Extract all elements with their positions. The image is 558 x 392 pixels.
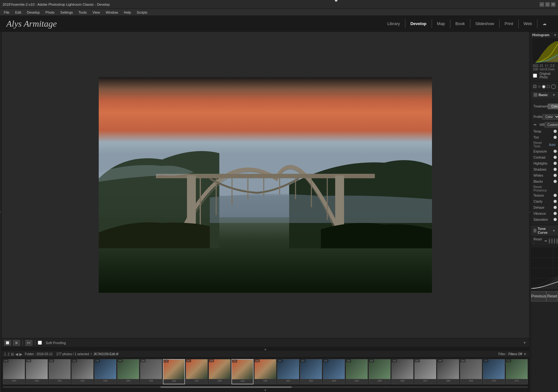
saturation-slider-thumb[interactable] [554,218,557,221]
blacks-slider-thumb[interactable] [554,180,557,183]
tc-collapse-icon[interactable] [534,229,536,232]
film-thumb-161[interactable]: 161161 [277,359,299,384]
film-thumb-171[interactable]: 171171 [506,359,528,384]
film-thumb-160[interactable]: 160160 [254,359,276,384]
treatment-color-btn[interactable]: Color [548,104,558,109]
filter-dropdown-icon[interactable]: ▼ [523,352,527,356]
nav-book[interactable]: Book [450,19,470,28]
film-thumb-168[interactable]: 168168 [437,359,459,384]
dehaze-slider-thumb[interactable] [554,206,557,209]
auto-label[interactable]: Auto [549,143,555,147]
nav-print[interactable]: Print [500,19,519,28]
temp-slider-thumb[interactable] [554,130,557,133]
filmstrip-scroll-thumb[interactable] [160,386,292,388]
film-thumb-170[interactable]: 170170 [483,359,505,384]
highlights-slider-thumb[interactable] [554,162,557,165]
previous-button[interactable]: Previous [531,291,547,302]
filmstrip-scrollbar[interactable] [2,386,529,388]
film-thumb-167[interactable]: 167167 [414,359,436,384]
nav-slideshow[interactable]: Slideshow [470,19,500,28]
view-single-btn[interactable]: ⬜ [4,340,11,346]
original-photo-checkbox[interactable] [533,74,537,78]
shadows-slider-thumb[interactable] [554,168,557,171]
tc-reset-label[interactable]: Reset : [534,238,542,245]
film-thumb-150[interactable]: 150150 [26,359,48,384]
close-button[interactable]: ✕ [551,2,555,7]
film-thumb-162[interactable]: 162162 [300,359,322,384]
menu-develop[interactable]: Develop [24,10,42,15]
film-thumb-163[interactable]: 163163 [323,359,345,384]
basic-collapse-icon[interactable] [534,93,537,97]
film-thumb-149[interactable]: 149149 [3,359,25,384]
tc-green-btn[interactable] [554,238,555,244]
gradient-icon[interactable]: □ [547,83,549,90]
menu-scripts[interactable]: Scripts [134,10,150,15]
menu-file[interactable]: File [1,10,12,15]
film-thumb-label-171: 171 [515,379,519,382]
shadows-row: Shadows +10 [534,167,555,172]
wb-select[interactable]: Custom Auto Daylight [545,122,558,127]
film-thumb-num-164: 164 [346,359,351,362]
film-thumb-159[interactable]: 159159 [231,359,254,384]
nav-library[interactable]: Library [382,19,405,28]
film-thumb-169[interactable]: 169169 [460,359,482,384]
film-thumb-157[interactable]: 157157 [186,359,208,384]
clarity-slider-thumb[interactable] [554,200,557,203]
film-thumb-151[interactable]: 151151 [49,359,71,384]
minimize-button[interactable]: ─ [540,2,544,7]
tone-curve-header[interactable]: Tone Curve ▼ [531,225,558,236]
toolbar-arrow-down-icon[interactable]: ▼ [523,341,527,345]
filmstrip-next-arrow[interactable]: ▶ [19,352,22,356]
view-grid-btn[interactable]: ⊞ [13,340,20,346]
spot-heal-icon[interactable]: ○ [538,83,541,90]
film-thumb-165[interactable]: 165165 [369,359,391,384]
menu-photo[interactable]: Photo [43,10,57,15]
basic-panel-header[interactable]: Basic ▼ [531,91,558,98]
contrast-slider-thumb[interactable] [554,156,557,159]
filmstrip-prev-arrow[interactable]: ◀ [15,352,18,356]
zoom-btn[interactable]: XY [25,340,32,346]
histogram-expand-icon[interactable]: ▼ [554,33,557,37]
exposure-slider-thumb[interactable] [554,150,557,153]
nav-map[interactable]: Map [432,19,450,28]
film-thumb-152[interactable]: 152152 [71,359,94,384]
menu-help[interactable]: Help [121,10,134,15]
menu-view[interactable]: View [90,10,103,15]
menu-edit[interactable]: Edit [13,10,24,15]
filmstrip-page-1[interactable]: 1 [4,352,6,356]
filmstrip-collapse-bottom[interactable]: ▼ [2,388,529,392]
film-thumb-164[interactable]: 164164 [346,359,368,384]
menu-settings[interactable]: Settings [58,10,76,15]
film-thumb-155[interactable]: 155155 [140,359,162,384]
menu-tools[interactable]: Tools [76,10,90,15]
reset-button[interactable]: Reset [546,291,558,302]
nav-cloud[interactable]: ☁ [537,19,552,28]
tc-eyedropper-icon[interactable]: ✒ [544,239,548,243]
filmstrip-collapse-top[interactable]: ▲ [2,347,529,351]
vibrance-slider-thumb[interactable] [554,212,557,215]
nav-develop[interactable]: Develop [405,19,432,28]
filmstrip-grid-view[interactable]: ⊞ [11,352,14,356]
nav-web[interactable]: Web [519,19,538,28]
crop-tool-icon[interactable]: ⊡ [533,83,537,90]
wb-eyedropper-icon[interactable]: ✒ [534,122,537,127]
local-adj-icon[interactable]: ◉ [542,83,546,90]
filmstrip-page-2[interactable]: 2 [8,352,10,356]
film-thumb-166[interactable]: 166166 [391,359,414,384]
film-thumb-153[interactable]: 153153 [94,359,116,384]
restore-button[interactable]: □ [545,2,550,7]
film-thumb-158[interactable]: 158158 [209,359,231,384]
tc-blue-btn[interactable] [556,238,558,244]
menu-window[interactable]: Window [103,10,121,15]
tint-slider-thumb[interactable] [554,136,557,139]
tc-red-btn[interactable] [551,238,553,244]
whites-slider-thumb[interactable] [554,174,557,177]
texture-slider-thumb[interactable] [554,194,557,197]
profile-select[interactable]: Color [542,114,558,120]
film-thumb-img-162 [300,359,322,379]
tc-white-btn[interactable] [549,238,550,244]
radial-icon[interactable]: ◯ [551,83,556,90]
soft-proofing-checkbox[interactable] [38,341,42,345]
film-thumb-154[interactable]: 154154 [117,359,139,384]
film-thumb-156[interactable]: 156156 [163,359,185,384]
